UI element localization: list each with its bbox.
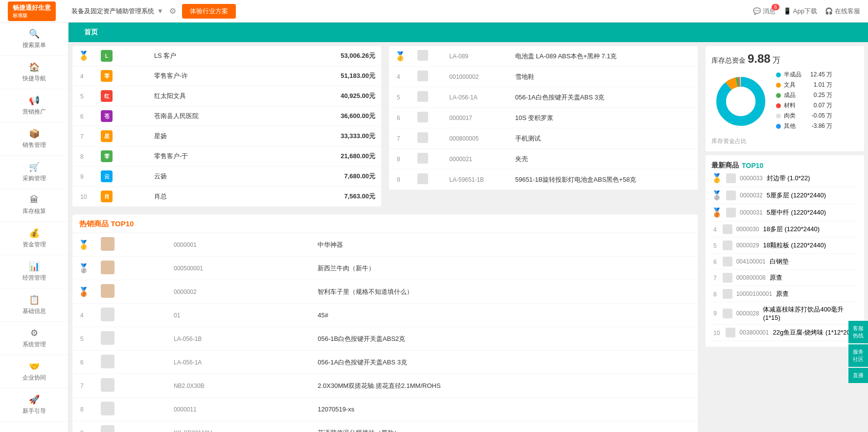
new-product-code: 000800008 xyxy=(736,274,766,281)
customer-amount: 53,006.26元 xyxy=(276,46,381,66)
system-icon: ⚙ xyxy=(30,328,38,338)
new-product-code: 0000028 xyxy=(736,310,759,317)
customer-row: 8 零 零售客户-于 21,680.00元 xyxy=(72,146,381,167)
product-name: 59651-1B旋转投影灯电池盒ABS黑色+58克 xyxy=(509,169,698,190)
hot-product-row: 9 KK-SD22110H 花语萌值温分腿裤袜（厚款） xyxy=(72,421,698,432)
new-product-item: 7 000800008 原查 xyxy=(711,270,858,286)
new-products-list: 🥇 0000033 封边带 (1.0*22) 🥈 0000032 5厘多层 (1… xyxy=(711,170,858,341)
sidebar-item-purchase[interactable]: 🛒 采购管理 xyxy=(0,156,68,189)
system-name: 装备及固定资产辅助管理系统 xyxy=(71,7,154,16)
product-code: 0000017 xyxy=(443,108,509,128)
sidebar-item-quicknav[interactable]: 🏠 快捷导航 xyxy=(0,56,68,89)
sidebar: 🔍 搜索菜单 🏠 快捷导航 📢 营销推广 📦 销售管理 🛒 采购管理 🏛 库存核… xyxy=(0,23,69,432)
sidebar-label-cooperation: 企业协同 xyxy=(23,374,46,382)
customer-amount: 33,333.00元 xyxy=(276,126,381,146)
legend-item: 材料 0.07 万 xyxy=(776,101,832,110)
settings-icon[interactable]: ⚙ xyxy=(169,6,176,16)
new-product-code: 0000033 xyxy=(740,175,763,182)
sidebar-item-marketing[interactable]: 📢 营销推广 xyxy=(0,89,68,122)
sidebar-item-cooperation[interactable]: 🤝 企业协同 xyxy=(0,355,68,388)
community-btn[interactable]: 服务社区 xyxy=(848,344,868,367)
sidebar-item-search[interactable]: 🔍 搜索菜单 xyxy=(0,23,68,56)
service-btn[interactable]: 🎧 在线客服 xyxy=(825,7,860,16)
new-product-item: 9 0000028 体减嘉枝味苏打饮品400毫升 (1*15) xyxy=(711,302,858,325)
left-panel: 🥇 L LS 客户 53,006.26元 4 零 零售客户-许 51,183.0… xyxy=(69,42,702,432)
try-button[interactable]: 体验行业方案 xyxy=(182,4,236,19)
legend-item: 半成品 12.45 万 xyxy=(776,71,832,79)
headset-icon: 🎧 xyxy=(825,7,833,15)
hot-product-name: 智利车子里（规格不知道填什么） xyxy=(312,280,698,304)
new-product-item: 🥈 0000032 5厘多层 (1220*2440) xyxy=(711,187,858,204)
sidebar-item-sales[interactable]: 📦 销售管理 xyxy=(0,122,68,156)
new-product-item: 10 003800001 22g鱼豆腐-烧烤味 (1*12*20) xyxy=(711,325,858,341)
new-product-code: 0000030 xyxy=(736,226,759,233)
product-code: 0000021 xyxy=(443,149,509,169)
customer-row: 5 红 红太阳文具 40,925.00元 xyxy=(72,86,381,106)
hot-products-block: 热销商品 TOP10 🥇 0000001 中华神器 🥈 000500001 新西… xyxy=(72,215,698,432)
new-products-title: 最新商品 TOP10 xyxy=(711,161,858,170)
donut-section: 半成品 12.45 万 文具 1.01 万 成品 0.25 万 材料 0.07 … xyxy=(711,71,858,132)
sidebar-item-guide[interactable]: 🚀 新手引导 xyxy=(0,388,68,422)
product-code: 001000002 xyxy=(443,67,509,87)
hot-product-code: 000500001 xyxy=(168,257,312,280)
hot-product-name: 056-1A白色按键开关盖ABS 3克 xyxy=(312,351,698,374)
product-row: 8 0000021 夹壳 xyxy=(389,149,698,169)
app-download-btn[interactable]: 📱 App下载 xyxy=(783,7,817,16)
hot-product-name: 12070519-xs xyxy=(312,398,698,421)
topbar-right: 💬 消息 6 📱 App下载 🎧 在线客服 xyxy=(753,7,860,16)
message-badge: 6 xyxy=(772,4,779,10)
inventory-block: 库存总资金 9.88 万 xyxy=(706,46,864,151)
sidebar-label-operations: 经营管理 xyxy=(23,274,46,282)
customer-amount: 51,183.00元 xyxy=(276,66,381,86)
sidebar-item-basics[interactable]: 📋 基础信息 xyxy=(0,288,68,322)
sidebar-item-system[interactable]: ⚙ 系统管理 xyxy=(0,322,68,355)
customer-amount: 7,563.00元 xyxy=(276,187,381,207)
new-product-name: 18多层 (1220*2440) xyxy=(763,225,820,234)
sidebar-label-inventory: 库存核算 xyxy=(23,207,46,216)
sidebar-label-marketing: 营销推广 xyxy=(23,108,46,116)
hot-product-row: 🥇 0000001 中华神器 xyxy=(72,233,698,257)
customer-row: 9 云 云扬 7,680.00元 xyxy=(72,167,381,187)
hot-product-code: KK-SD22110H xyxy=(168,421,312,432)
new-product-item: 4 0000030 18多层 (1220*2440) xyxy=(711,221,858,238)
hot-product-name: 2.0X30MM双搓花轴.搓花直径2.1MM/ROHS xyxy=(312,374,698,398)
new-product-item: 🥇 0000033 封边带 (1.0*22) xyxy=(711,170,858,187)
new-product-item: 6 004100001 白钢垫 xyxy=(711,254,858,270)
cooperation-icon: 🤝 xyxy=(29,361,40,372)
new-product-name: 体减嘉枝味苏打饮品400毫升 (1*15) xyxy=(763,305,858,321)
sidebar-item-inventory[interactable]: 🏛 库存核算 xyxy=(0,189,68,222)
logo-sub: 标准版 xyxy=(13,12,51,19)
content-area: 首页 🥇 L LS 客户 53,006.26元 4 零 零售客户-许 51,18… xyxy=(69,23,868,432)
dropdown-icon[interactable]: ▼ xyxy=(157,7,163,15)
legend-label: 半成品 xyxy=(784,71,801,79)
system-selector[interactable]: 装备及固定资产辅助管理系统 ▼ xyxy=(71,7,163,16)
product-row: 4 001000002 雪地鞋 xyxy=(389,67,698,87)
basics-icon: 📋 xyxy=(29,294,40,305)
legend-list: 半成品 12.45 万 文具 1.01 万 成品 0.25 万 材料 0.07 … xyxy=(776,71,832,132)
hotline-btn[interactable]: 客服热线 xyxy=(848,321,868,343)
customer-name: 肖总 xyxy=(148,187,276,207)
legend-label: 肉类 xyxy=(784,112,796,120)
svg-point-5 xyxy=(726,87,755,116)
customer-row: 6 苍 苍南县人民医院 36,600.00元 xyxy=(72,106,381,126)
customer-name: LS 客户 xyxy=(148,46,276,66)
hot-product-code: 0000011 xyxy=(168,398,312,421)
message-btn[interactable]: 💬 消息 6 xyxy=(753,7,776,16)
live-btn[interactable]: 直播 xyxy=(848,368,868,383)
inventory-title: 库存总资金 9.88 万 xyxy=(711,52,858,66)
sidebar-label-sales: 销售管理 xyxy=(23,141,46,149)
home-tab[interactable]: 首页 xyxy=(76,24,106,41)
sidebar-item-finance[interactable]: 💰 资金管理 xyxy=(0,222,68,255)
sidebar-label-search: 搜索菜单 xyxy=(23,41,46,49)
hot-products-title: 热销商品 TOP10 xyxy=(72,215,698,233)
new-product-item: 8 10000100001 原查 xyxy=(711,286,858,302)
legend-value: -0.05 万 xyxy=(806,112,833,120)
content-nav: 首页 xyxy=(69,23,868,42)
product-row: 6 0000017 10S 变积罗浆 xyxy=(389,108,698,128)
sidebar-item-operations[interactable]: 📊 经营管理 xyxy=(0,255,68,288)
legend-item: 其他 -3.86 万 xyxy=(776,122,832,130)
hot-products-table: 🥇 0000001 中华神器 🥈 000500001 新西兰牛肉（新牛） 🥉 0… xyxy=(72,233,698,432)
customer-top10-block: 🥇 L LS 客户 53,006.26元 4 零 零售客户-许 51,183.0… xyxy=(72,46,381,207)
logo-text: 畅捷通好生意 xyxy=(13,3,51,12)
home-icon: 🏠 xyxy=(29,62,40,72)
